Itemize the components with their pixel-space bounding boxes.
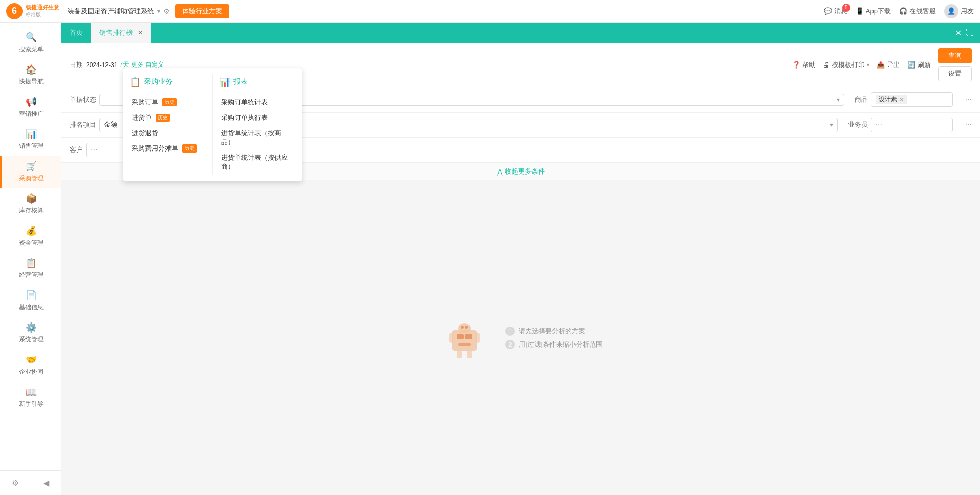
rank-more-icon[interactable]: ··· xyxy=(965,120,972,130)
basic-icon: 📄 xyxy=(26,290,37,301)
empty-illustration xyxy=(439,315,490,361)
goods-input[interactable]: 设计素 ✕ xyxy=(871,92,953,107)
customer-label: 客户 xyxy=(70,145,83,155)
sidebar-item-system[interactable]: ⚙️ 系统管理 xyxy=(0,317,61,349)
guide-icon: 📖 xyxy=(26,386,37,398)
purchase-section-title: 📋 采购业务 xyxy=(130,74,206,90)
svg-rect-2 xyxy=(465,334,472,339)
messages-button[interactable]: 💬 消息 5 xyxy=(824,7,847,16)
svg-rect-7 xyxy=(467,351,472,358)
sidebar-item-basic[interactable]: 📄 基础信息 xyxy=(0,285,61,317)
staff-more-icon: ··· xyxy=(876,120,882,130)
print-icon: 🖨 xyxy=(823,61,829,69)
goods-filter: 商品 设计素 ✕ xyxy=(855,92,953,107)
query-actions: 查询 设置 xyxy=(938,48,972,81)
status-arrow-icon: ▾ xyxy=(837,96,840,103)
export-button[interactable]: 📤 导出 xyxy=(877,60,900,70)
menu-item-purchase-expense[interactable]: 采购费用分摊单 历史 xyxy=(130,141,206,156)
tab-sales-rank[interactable]: 销售排行榜 ✕ xyxy=(91,23,151,43)
marketing-icon: 📢 xyxy=(26,96,37,107)
staff-label: 业务员 xyxy=(848,120,868,130)
refresh-button[interactable]: 🔄 刷新 xyxy=(907,60,931,70)
message-badge: 5 xyxy=(842,4,850,12)
status-label: 单据状态 xyxy=(70,95,96,104)
goods-tag: 设计素 ✕ xyxy=(876,95,907,104)
top-bar: 6 畅捷通好生意 标准版 装备及固定资产辅助管理系统 ▾ ⚙ 体验行业方案 💬 … xyxy=(0,0,980,23)
collapse-button[interactable]: ⋀ 收起更多条件 xyxy=(497,167,545,176)
svg-rect-5 xyxy=(476,333,480,343)
sidebar-item-quick-nav[interactable]: 🏠 快捷导航 xyxy=(0,59,61,91)
empty-hints: 1 请先选择要分析的方案 2 用[过滤]条件来缩小分析范围 xyxy=(505,327,602,349)
sales-icon: 📊 xyxy=(26,128,37,140)
search-icon: 🔍 xyxy=(26,32,37,43)
sidebar-item-finance[interactable]: 💰 资金管理 xyxy=(0,220,61,252)
industry-button[interactable]: 体验行业方案 xyxy=(175,4,229,18)
settings-gear-icon[interactable]: ⚙ xyxy=(163,7,170,15)
purchase-business-section: 📋 采购业务 采购订单 历史 进货单 历史 进货退货 xyxy=(123,74,212,175)
print-arrow-icon: ▾ xyxy=(867,62,869,68)
system-title-text: 装备及固定资产辅助管理系统 xyxy=(68,7,154,16)
app-download-button[interactable]: 📱 App下载 xyxy=(856,7,891,16)
report-section-icon: 📊 xyxy=(219,76,230,88)
sidebar-item-marketing[interactable]: 📢 营销推广 xyxy=(0,91,61,123)
customer-more-icon: ··· xyxy=(91,145,97,155)
hint-number-1: 1 xyxy=(505,327,515,336)
sidebar-item-purchase[interactable]: 🛒 采购管理 xyxy=(0,156,61,188)
svg-point-8 xyxy=(458,323,471,333)
svg-point-9 xyxy=(461,326,464,329)
menu-item-purchase-order-stat[interactable]: 采购订单统计表 xyxy=(219,95,296,110)
menu-item-stock-stat-by-goods[interactable]: 进货单统计表（按商品） xyxy=(219,125,296,150)
staff-filter: 业务员 ··· xyxy=(848,118,953,132)
dropdown-arrow-icon[interactable]: ▾ xyxy=(157,8,160,15)
hist-badge-3: 历史 xyxy=(182,144,197,153)
goods-tag-close-icon[interactable]: ✕ xyxy=(899,96,904,103)
export-icon: 📤 xyxy=(877,61,885,69)
tab-home[interactable]: 首页 xyxy=(61,23,91,43)
help-button[interactable]: ❓ 帮助 xyxy=(792,60,816,70)
menu-item-purchase-order-exec[interactable]: 采购订单执行表 xyxy=(219,110,296,125)
hist-badge-2: 历史 xyxy=(156,114,170,122)
menu-item-stock-return[interactable]: 进货退货 xyxy=(130,125,206,141)
tab-maximize-icon[interactable]: ⛶ xyxy=(966,28,974,37)
online-service-button[interactable]: 🎧 在线客服 xyxy=(899,7,936,16)
hist-badge-1: 历史 xyxy=(162,98,177,106)
sidebar-bottom: ⚙ ◀ xyxy=(0,470,61,495)
setting-button[interactable]: 设置 xyxy=(938,66,972,81)
query-button[interactable]: 查询 xyxy=(938,48,972,63)
collapse-up-icon: ⋀ xyxy=(497,168,503,176)
sidebar-settings-button[interactable]: ⚙ xyxy=(10,476,21,490)
headset-icon: 🎧 xyxy=(899,7,907,15)
status-more-icon[interactable]: ··· xyxy=(965,95,972,104)
sidebar-item-search[interactable]: 🔍 搜索菜单 xyxy=(0,27,61,59)
report-section-title: 📊 报表 xyxy=(219,74,296,90)
sidebar-item-cooperation[interactable]: 🤝 企业协同 xyxy=(0,349,61,381)
svg-point-10 xyxy=(465,326,468,329)
content-area: 首页 销售排行榜 ✕ ✕ ⛶ 日期 xyxy=(61,23,980,495)
sidebar-item-operations[interactable]: 📋 经营管理 xyxy=(0,252,61,285)
logo-area: 6 畅捷通好生意 标准版 xyxy=(6,3,68,19)
menu-item-stock-in[interactable]: 进货单 历史 xyxy=(130,110,206,125)
tab-close-icon[interactable]: ✕ xyxy=(138,29,143,36)
logo-icon: 6 xyxy=(6,3,23,19)
user-menu[interactable]: 👤 用友 xyxy=(944,4,974,18)
staff-input[interactable]: ··· xyxy=(871,118,953,132)
tab-right-icons: ✕ ⛶ xyxy=(955,28,980,38)
phone-icon: 📱 xyxy=(856,7,864,15)
menu-item-stock-stat-by-supplier[interactable]: 进货单统计表（按供应商） xyxy=(219,150,296,175)
svg-rect-4 xyxy=(449,333,453,343)
date-label: 日期 xyxy=(70,60,83,70)
home-icon: 🏠 xyxy=(26,64,37,75)
sidebar-item-guide[interactable]: 📖 新手引导 xyxy=(0,381,61,414)
sidebar: 🔍 搜索菜单 🏠 快捷导航 📢 营销推广 📊 销售管理 🛒 采购管 xyxy=(0,23,61,495)
rank-arrow-icon: ▾ xyxy=(830,121,833,128)
refresh-icon: 🔄 xyxy=(907,61,915,69)
header-right-actions: ❓ 帮助 🖨 按模板打印 ▾ 📤 导出 🔄 xyxy=(792,48,972,81)
logo-text: 畅捷通好生意 标准版 xyxy=(26,4,59,18)
sidebar-item-inventory[interactable]: 📦 库存核算 xyxy=(0,188,61,220)
tab-minimize-icon[interactable]: ✕ xyxy=(955,28,962,38)
menu-item-purchase-order[interactable]: 采购订单 历史 xyxy=(130,95,206,110)
print-button[interactable]: 🖨 按模板打印 ▾ xyxy=(823,60,869,70)
sidebar-collapse-button[interactable]: ◀ xyxy=(41,476,51,490)
sidebar-item-sales[interactable]: 📊 销售管理 xyxy=(0,123,61,156)
help-icon: ❓ xyxy=(792,61,800,69)
